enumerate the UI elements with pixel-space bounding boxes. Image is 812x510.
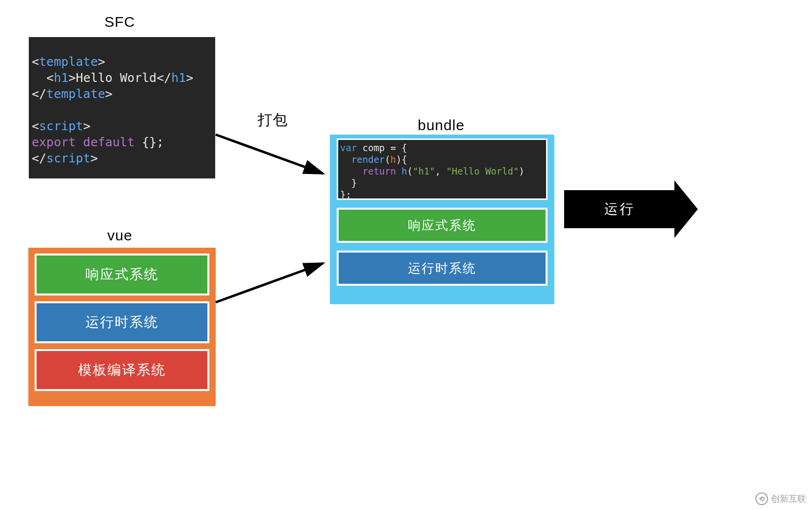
sfc-code-block: <template> <h1>Hello World</h1> </templa… (29, 37, 215, 178)
vue-template-compiler: 模板编译系统 (35, 349, 209, 391)
run-label: 运行 (604, 200, 635, 218)
watermark-icon: ⟲ (755, 492, 768, 505)
vue-label: vue (107, 227, 132, 244)
bundle-runtime-system: 运行时系统 (337, 251, 548, 286)
vue-reactive-system: 响应式系统 (35, 254, 209, 295)
bundle-code-block: var comp = { render(h){ return h("h1", "… (337, 138, 548, 200)
svg-line-0 (216, 135, 323, 174)
arrow-sfc-to-bundle (214, 125, 336, 188)
run-arrow: 运行 (564, 190, 675, 228)
bundle-reactive-system: 响应式系统 (337, 208, 548, 243)
arrow-vue-to-bundle (214, 224, 336, 312)
watermark-text: 创新互联 (771, 493, 806, 505)
sfc-label: SFC (104, 14, 135, 30)
svg-line-1 (216, 263, 323, 302)
vue-runtime-system: 运行时系统 (35, 301, 209, 343)
pack-label: 打包 (258, 110, 288, 130)
watermark: ⟲ 创新互联 (755, 492, 806, 505)
bundle-label: bundle (418, 117, 465, 134)
bundle-container: var comp = { render(h){ return h("h1", "… (330, 135, 554, 304)
vue-container: 响应式系统 运行时系统 模板编译系统 (28, 248, 216, 406)
